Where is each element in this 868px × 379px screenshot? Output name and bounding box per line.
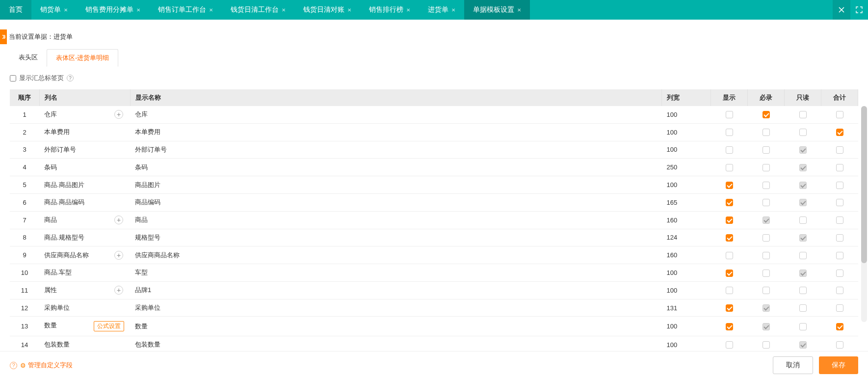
scrollbar-track[interactable]: [861, 106, 867, 322]
cell-disp[interactable]: 规格型号: [130, 229, 662, 246]
checkbox[interactable]: [799, 217, 807, 224]
checkbox[interactable]: [763, 270, 770, 277]
checkbox[interactable]: [836, 234, 843, 242]
checkbox[interactable]: [726, 323, 733, 330]
cell-disp[interactable]: 仓库: [130, 106, 662, 123]
cell-width[interactable]: 100: [662, 281, 711, 299]
checkbox[interactable]: [799, 129, 807, 136]
checkbox[interactable]: [836, 287, 843, 294]
help-icon[interactable]: ?: [10, 362, 17, 369]
manage-custom-fields-link[interactable]: 管理自定义字段: [28, 361, 73, 370]
add-icon[interactable]: +: [114, 110, 123, 119]
formula-button[interactable]: 公式设置: [94, 321, 124, 331]
table-row[interactable]: 1仓库+仓库100: [10, 106, 858, 123]
checkbox[interactable]: [836, 270, 843, 277]
checkbox[interactable]: [763, 341, 770, 349]
cell-disp[interactable]: 数量: [130, 317, 662, 336]
checkbox[interactable]: [836, 217, 843, 224]
table-row[interactable]: 8商品.规格型号规格型号124: [10, 229, 858, 246]
table-row[interactable]: 12采购单位采购单位131: [10, 299, 858, 317]
cell-disp[interactable]: 车型: [130, 264, 662, 282]
cell-disp[interactable]: 外部订单号: [130, 141, 662, 159]
scrollbar-thumb[interactable]: [861, 106, 867, 263]
checkbox[interactable]: [763, 182, 770, 189]
cell-width[interactable]: 100: [662, 317, 711, 336]
cell-width[interactable]: 165: [662, 193, 711, 211]
checkbox[interactable]: [763, 234, 770, 242]
checkbox[interactable]: [763, 252, 770, 259]
close-all-tabs-button[interactable]: [833, 0, 850, 20]
checkbox[interactable]: [726, 146, 733, 154]
checkbox[interactable]: [726, 182, 733, 189]
cell-disp[interactable]: 商品图片: [130, 176, 662, 194]
checkbox[interactable]: [836, 182, 843, 189]
checkbox[interactable]: [836, 199, 843, 206]
close-icon[interactable]: ✕: [136, 7, 140, 13]
cell-width[interactable]: 100: [662, 106, 711, 123]
checkbox[interactable]: [836, 304, 843, 312]
close-icon[interactable]: ✕: [347, 7, 351, 13]
checkbox[interactable]: [836, 111, 843, 118]
table-row[interactable]: 11属性+品牌1100: [10, 281, 858, 299]
inner-tab-0[interactable]: 表头区: [10, 49, 47, 67]
checkbox[interactable]: [763, 199, 770, 206]
checkbox[interactable]: [726, 287, 733, 294]
checkbox[interactable]: [836, 164, 843, 171]
cell-width[interactable]: 160: [662, 246, 711, 264]
checkbox[interactable]: [799, 111, 807, 118]
checkbox[interactable]: [763, 164, 770, 171]
cell-width[interactable]: 250: [662, 159, 711, 176]
inner-tab-1[interactable]: 表体区-进货单明细: [47, 49, 118, 67]
close-icon[interactable]: ✕: [406, 7, 410, 13]
cell-disp[interactable]: 品牌1: [130, 281, 662, 299]
top-tab-1[interactable]: 销货单✕: [31, 0, 77, 20]
cell-disp[interactable]: 商品: [130, 211, 662, 229]
checkbox[interactable]: [799, 304, 807, 312]
cell-width[interactable]: 124: [662, 229, 711, 246]
table-row[interactable]: 10商品.车型车型100: [10, 264, 858, 282]
checkbox[interactable]: [726, 252, 733, 259]
cell-disp[interactable]: 本单费用: [130, 123, 662, 141]
checkbox[interactable]: [763, 111, 770, 118]
save-button[interactable]: 保存: [819, 356, 858, 372]
table-row[interactable]: 9供应商商品名称+供应商商品名称160: [10, 246, 858, 264]
checkbox[interactable]: [726, 217, 733, 224]
close-icon[interactable]: ✕: [64, 7, 68, 13]
cell-width[interactable]: 131: [662, 299, 711, 317]
checkbox[interactable]: [799, 252, 807, 259]
table-row[interactable]: 3外部订单号外部订单号100: [10, 141, 858, 159]
checkbox[interactable]: [726, 304, 733, 312]
cell-disp[interactable]: 商品编码: [130, 193, 662, 211]
checkbox[interactable]: [726, 164, 733, 171]
add-icon[interactable]: +: [114, 251, 123, 260]
table-row[interactable]: 13数量公式设置数量100: [10, 317, 858, 336]
show-summary-checkbox[interactable]: 显示汇总标签页: [10, 74, 64, 82]
cell-width[interactable]: 100: [662, 123, 711, 141]
cell-disp[interactable]: 采购单位: [130, 299, 662, 317]
cell-width[interactable]: 100: [662, 264, 711, 282]
close-icon[interactable]: ✕: [517, 7, 521, 13]
cell-disp[interactable]: 条码: [130, 159, 662, 176]
close-icon[interactable]: ✕: [451, 7, 455, 13]
top-tab-0[interactable]: 首页: [0, 0, 31, 20]
cell-width[interactable]: 100: [662, 141, 711, 159]
cell-disp[interactable]: 供应商商品名称: [130, 246, 662, 264]
top-tab-8[interactable]: 单据模板设置✕: [464, 0, 530, 20]
checkbox[interactable]: [763, 287, 770, 294]
checkbox[interactable]: [726, 111, 733, 118]
top-tab-7[interactable]: 进货单✕: [419, 0, 464, 20]
checkbox[interactable]: [726, 234, 733, 242]
table-row[interactable]: 2本单费用本单费用100: [10, 123, 858, 141]
table-row[interactable]: 4条码条码250: [10, 159, 858, 176]
cell-width[interactable]: 160: [662, 211, 711, 229]
checkbox[interactable]: [799, 287, 807, 294]
checkbox[interactable]: [726, 270, 733, 277]
checkbox[interactable]: [836, 341, 843, 349]
top-tab-3[interactable]: 销售订单工作台✕: [149, 0, 222, 20]
checkbox[interactable]: [836, 146, 843, 154]
add-icon[interactable]: +: [114, 216, 123, 224]
close-icon[interactable]: ✕: [282, 7, 286, 13]
top-tab-4[interactable]: 钱货日清工作台✕: [222, 0, 294, 20]
checkbox[interactable]: [836, 129, 843, 136]
table-row[interactable]: 5商品.商品图片商品图片100: [10, 176, 858, 194]
